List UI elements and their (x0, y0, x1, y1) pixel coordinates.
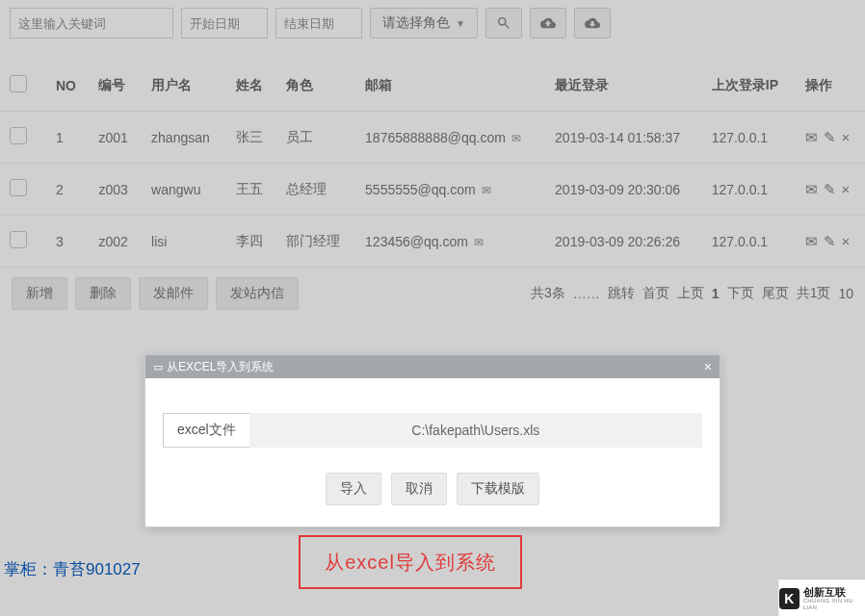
import-button[interactable]: 导入 (326, 473, 381, 505)
annotation-text: 从excel导入到系统 (325, 550, 496, 576)
download-template-button[interactable]: 下载模版 (457, 473, 539, 505)
brand-mark-icon: K (779, 588, 799, 609)
modal-header: ▭ 从EXCEL导入到系统 × (145, 355, 720, 378)
file-path-display: C:\fakepath\Users.xls (249, 413, 702, 448)
file-row: excel文件 C:\fakepath\Users.xls (163, 413, 702, 448)
annotation-box: 从excel导入到系统 (299, 535, 522, 589)
author-note: 掌柜：青苔901027 (4, 558, 141, 580)
file-label-button[interactable]: excel文件 (163, 413, 249, 448)
window-icon: ▭ (153, 361, 163, 373)
modal-title: 从EXCEL导入到系统 (167, 359, 274, 375)
brand-sub: CHUANG XIN HU LIAN (803, 598, 865, 610)
brand-name: 创新互联 (803, 586, 865, 598)
import-modal: ▭ 从EXCEL导入到系统 × excel文件 C:\fakepath\User… (144, 354, 721, 527)
cancel-button[interactable]: 取消 (391, 473, 447, 505)
close-icon[interactable]: × (704, 359, 712, 374)
brand-logo: K 创新互联 CHUANG XIN HU LIAN (778, 579, 865, 616)
